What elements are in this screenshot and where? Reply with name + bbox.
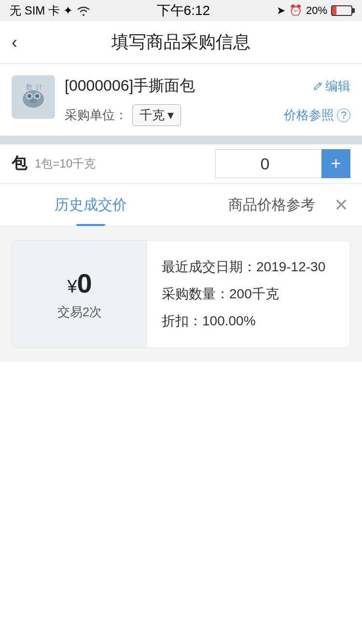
close-button[interactable]: ✕ [334,195,348,215]
price-amount: 0 [77,268,92,298]
discount-line: 折扣：100.00% [162,312,335,330]
status-right: ➤ ⏰ 20% [277,4,352,17]
quantity-input-wrap: + [215,149,350,178]
help-icon: ? [337,109,350,122]
dropdown-arrow: ▾ [167,108,174,123]
wifi-icon [77,5,90,16]
battery-icon [331,5,352,16]
price-card-left: ¥0 交易2次 [12,240,147,348]
product-details: [0000006]手撕面包 编辑 采购单位： 千克 ▾ 价格参照 [65,75,350,126]
tab-active-indicator [76,224,105,226]
location-icon: ➤ [277,4,285,17]
svg-point-5 [29,98,37,103]
quantity-label: 包 1包=10千克 [12,153,96,174]
section-divider [0,136,362,144]
white-area [0,362,362,644]
recent-date-label: 最近成交日期： [162,259,256,274]
currency-symbol: ¥ [67,277,77,296]
quantity-plus-button[interactable]: + [321,149,350,178]
discount-label: 折扣： [162,313,202,328]
tab-product-price-ref-label: 商品价格参考 [228,195,315,215]
tab-history-price[interactable]: 历史成交价 [0,184,181,226]
status-bar: 无 SIM 卡 ✦ 下午6:12 ➤ ⏰ 20% [0,0,362,21]
product-image-icon: 数 计 [19,83,48,112]
status-left: 无 SIM 卡 ✦ [10,3,90,18]
product-meta: 采购单位： 千克 ▾ 价格参照 ? [65,104,350,126]
price-ref-label: 价格参照 [284,107,334,124]
trade-count: 交易2次 [57,304,102,321]
edit-label: 编辑 [325,78,350,95]
svg-point-4 [35,94,39,98]
nav-bar: ‹ 填写商品采购信息 [0,21,362,64]
price-display: ¥0 [67,267,92,299]
edit-icon [313,81,323,91]
product-card: 数 计 [0000006]手撕面包 编辑 采购单位： 千克 ▾ [0,64,362,136]
back-button[interactable]: ‹ [12,32,17,53]
purchase-qty-value: 200千克 [229,286,279,301]
product-thumbnail: 数 计 [12,75,55,119]
recent-date-line: 最近成交日期：2019-12-30 [162,258,335,276]
recent-date-value: 2019-12-30 [256,259,325,274]
price-card-right: 最近成交日期：2019-12-30 采购数量：200千克 折扣：100.00% [147,240,350,348]
tab-history-price-label: 历史成交价 [55,195,127,215]
sim-label: 无 SIM 卡 ✦ [10,3,73,18]
quantity-input[interactable] [215,149,321,178]
unit-value: 千克 [139,107,165,124]
product-header: [0000006]手撕面包 编辑 [65,75,350,97]
price-card: ¥0 交易2次 最近成交日期：2019-12-30 采购数量：200千克 折扣：… [12,240,350,348]
unit-label: 采购单位： 千克 ▾ [65,104,181,126]
page-title: 填写商品采购信息 [111,30,251,54]
svg-point-3 [28,94,31,98]
product-name: [0000006]手撕面包 [65,75,195,97]
tab-bar: 历史成交价 商品价格参考 ✕ [0,184,362,226]
price-reference-button[interactable]: 价格参照 ? [284,107,350,124]
unit-select[interactable]: 千克 ▾ [132,104,181,126]
svg-text:计: 计 [36,83,42,91]
status-time: 下午6:12 [157,1,210,20]
purchase-qty-label: 采购数量： [162,286,229,301]
edit-button[interactable]: 编辑 [313,78,350,95]
quantity-unit: 包 [12,153,27,174]
quantity-row: 包 1包=10千克 + [0,144,362,183]
clock-icon: ⏰ [289,4,302,17]
quantity-hint: 1包=10千克 [35,156,96,171]
battery-percent: 20% [306,4,327,17]
svg-text:数: 数 [26,83,33,91]
history-section: ¥0 交易2次 最近成交日期：2019-12-30 采购数量：200千克 折扣：… [0,226,362,362]
unit-label-text: 采购单位： [65,107,127,124]
purchase-qty-line: 采购数量：200千克 [162,285,335,303]
discount-value: 100.00% [202,313,256,328]
